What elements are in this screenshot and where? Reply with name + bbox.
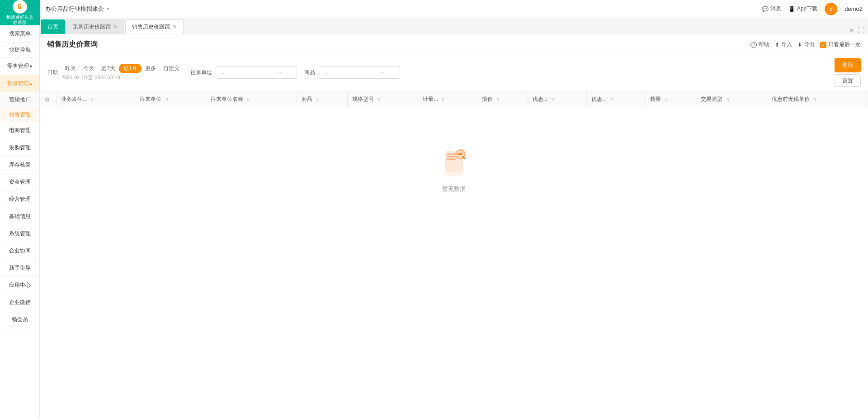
- tab-bar: 首页 采购历史价跟踪 ✕ 销售历史价跟踪 ✕ ✕ ⛶: [40, 18, 868, 34]
- export-label: 导出: [804, 41, 815, 48]
- help-action[interactable]: ? 帮助: [750, 41, 769, 48]
- date-btn-custom[interactable]: 自定义: [160, 64, 183, 73]
- retail-arrow: ▾: [30, 64, 32, 69]
- window-close-btn[interactable]: ✕: [849, 27, 854, 34]
- retail-label: 零售管理: [7, 62, 29, 70]
- settings-button[interactable]: 设置: [835, 74, 861, 87]
- sort-arrow-transaction: ⇅: [726, 97, 730, 102]
- date-btn-today[interactable]: 今天: [80, 64, 98, 73]
- checkbox-icon: ✓: [820, 42, 826, 48]
- th-transaction-label: 交易类型: [701, 96, 722, 102]
- th-business-date-label: 业务发生...: [61, 96, 87, 102]
- th-discount1[interactable]: 优惠... ⇅: [528, 92, 586, 107]
- sort-arrow-quantity: ⇅: [665, 97, 668, 102]
- app-download-label: App下载: [797, 5, 817, 13]
- tab-sales[interactable]: 销售历史价跟踪 ✕: [125, 19, 184, 34]
- sidebar-item-inventory[interactable]: 库存核算: [0, 157, 39, 174]
- sidebar-item-wholesale[interactable]: 批发管理 ▴: [0, 75, 39, 92]
- export-action[interactable]: ⬇ 导出: [797, 41, 815, 48]
- sidebar-item-finance[interactable]: 资金管理: [0, 174, 39, 191]
- th-unit[interactable]: 计量... ⇅: [418, 92, 477, 107]
- sidebar-item-enterprise[interactable]: 企业协同: [0, 242, 39, 260]
- avatar-initials: d: [830, 6, 832, 12]
- message-label: 消息: [770, 5, 781, 13]
- date-btn-1month[interactable]: 近1月: [119, 64, 142, 73]
- message-icon: 💬: [762, 6, 769, 12]
- date-filter-group: 日期 昨天 今天 近7天 近1月 更多 自定义 2023-02-18 至 202…: [47, 64, 183, 81]
- date-btn-7days[interactable]: 近7天: [98, 64, 119, 73]
- th-partner-code[interactable]: 往来单位 ⇅: [135, 92, 206, 107]
- main-area: 办公用品行业模拟账套 ▾ 💬 消息 📱 App下载 d demo2 首页 采购历…: [40, 0, 868, 418]
- tab-purchase-close[interactable]: ✕: [113, 24, 118, 30]
- goods-input-wrapper[interactable]: ···: [319, 66, 400, 79]
- th-business-date[interactable]: 业务发生... ⇅: [56, 92, 135, 107]
- supplier-input[interactable]: [220, 69, 274, 76]
- tab-purchase-label: 采购历史价跟踪: [73, 23, 111, 31]
- topbar-app-download[interactable]: 📱 App下载: [788, 5, 817, 13]
- app-download-icon: 📱: [788, 6, 795, 12]
- topbar-dropdown-icon[interactable]: ▾: [107, 6, 109, 12]
- th-pretax-label: 优惠前无税单价: [772, 96, 810, 102]
- sidebar-item-sales[interactable]: 销售管理: [0, 107, 39, 122]
- query-button[interactable]: 查询: [835, 58, 861, 72]
- date-btn-more[interactable]: 更多: [142, 64, 160, 73]
- topbar: 办公用品行业模拟账套 ▾ 💬 消息 📱 App下载 d demo2: [40, 0, 868, 18]
- sidebar-item-wechat[interactable]: 企业微信: [0, 294, 39, 311]
- search-menu[interactable]: 搜索菜单: [0, 25, 39, 43]
- username-label[interactable]: demo2: [844, 5, 863, 12]
- table-header-row: ⚙ 业务发生... ⇅ 往来单位 ⇅ 往来单位名称 ⇅: [40, 92, 868, 107]
- wechat-label: 企业微信: [9, 299, 31, 306]
- last-record-checkbox[interactable]: ✓ 只看最后一次: [820, 41, 861, 48]
- goods-filter-group: 商品 ···: [304, 66, 400, 79]
- svg-rect-4: [447, 159, 456, 160]
- sort-arrow-discount2: ⇅: [610, 97, 613, 102]
- sort-arrow-goods: ⇅: [316, 97, 319, 102]
- window-expand-btn[interactable]: ⛶: [858, 27, 864, 34]
- topbar-message[interactable]: 💬 消息: [762, 5, 781, 13]
- page-header: 销售历史价查询 ? 帮助 ⬆ 导入 ⬇ 导出 ✓ 只看最后一次: [40, 34, 868, 53]
- tab-purchase[interactable]: 采购历史价跟踪 ✕: [66, 19, 124, 34]
- finance-label: 资金管理: [9, 178, 31, 186]
- sort-arrow-partner-code: ⇅: [165, 97, 169, 102]
- empty-text: 暂无数据: [442, 185, 466, 193]
- goods-input[interactable]: [323, 69, 377, 76]
- sidebar-item-retail[interactable]: 零售管理 ▾: [0, 58, 39, 75]
- date-filter-label: 日期: [47, 69, 58, 76]
- empty-state: 暂无数据: [40, 107, 868, 229]
- supplier-input-wrapper[interactable]: ···: [216, 66, 297, 79]
- th-spec[interactable]: 规格型号 ⇅: [347, 92, 418, 107]
- th-pretax[interactable]: 优惠前无税单价 ⇅: [767, 92, 868, 107]
- guide-label: 新手引导: [9, 264, 31, 272]
- import-icon: ⬆: [775, 42, 779, 48]
- sidebar-item-purchase[interactable]: 采购管理: [0, 139, 39, 157]
- th-goods-label: 商品: [302, 96, 312, 102]
- sidebar-item-basic[interactable]: 基础信息: [0, 208, 39, 225]
- sort-arrow-pretax: ⇅: [813, 97, 816, 102]
- topbar-company-title: 办公用品行业模拟账套: [45, 5, 104, 13]
- th-goods[interactable]: 商品 ⇅: [297, 92, 347, 107]
- th-transaction[interactable]: 交易类型 ⇅: [696, 92, 767, 107]
- date-range-display: 2023-02-18 至 2023-03-18: [61, 74, 183, 81]
- table-settings-icon[interactable]: ⚙: [44, 96, 50, 103]
- user-avatar[interactable]: d: [825, 3, 837, 15]
- th-quantity[interactable]: 数量 ⇅: [646, 92, 696, 107]
- sidebar-item-system[interactable]: 系统管理: [0, 225, 39, 242]
- ecommerce-label: 电商管理: [9, 127, 31, 134]
- sidebar-item-marketing[interactable]: 营销推广: [0, 92, 39, 107]
- sidebar-item-member[interactable]: 畅会员: [0, 311, 39, 328]
- page-content: 销售历史价查询 ? 帮助 ⬆ 导入 ⬇ 导出 ✓ 只看最后一次: [40, 34, 868, 418]
- sidebar-item-operation[interactable]: 经营管理: [0, 191, 39, 208]
- tab-sales-close[interactable]: ✕: [173, 24, 177, 30]
- sidebar-item-guide[interactable]: 新手引导: [0, 260, 39, 277]
- sidebar-item-app-center[interactable]: 应用中心: [0, 277, 39, 294]
- quick-nav[interactable]: 快捷导航: [0, 43, 39, 58]
- th-quote[interactable]: 报价 ⇅: [477, 92, 528, 107]
- sidebar-item-ecommerce[interactable]: 电商管理: [0, 122, 39, 139]
- tab-home[interactable]: 首页: [41, 19, 65, 34]
- th-settings[interactable]: ⚙: [40, 92, 56, 107]
- supplier-filter-label: 往来单位: [190, 69, 212, 76]
- th-discount2[interactable]: 优惠... ⇅: [586, 92, 645, 107]
- date-btn-yesterday[interactable]: 昨天: [61, 64, 80, 73]
- th-partner-name[interactable]: 往来单位名称 ⇅: [206, 92, 297, 107]
- import-action[interactable]: ⬆ 导入: [775, 41, 792, 48]
